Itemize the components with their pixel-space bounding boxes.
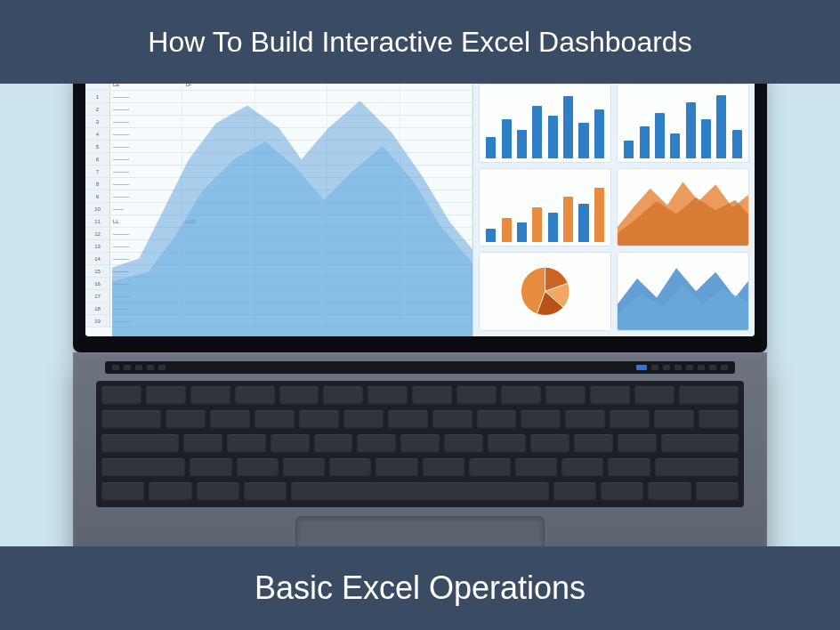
keyboard: [96, 381, 744, 507]
laptop-deck: [73, 352, 767, 546]
spreadsheet-grid: LELF 1——— 2——— 3——— 4——— 5——— 6——— 7——— …: [85, 84, 472, 336]
bottom-banner-title: Basic Excel Operations: [254, 569, 586, 607]
laptop-illustration: LELF 1——— 2——— 3——— 4——— 5——— 6——— 7——— …: [73, 84, 767, 546]
spreadsheet-panel: LELF 1——— 2——— 3——— 4——— 5——— 6——— 7——— …: [85, 84, 473, 336]
trackpad: [295, 516, 545, 546]
chart-area-blue: [617, 252, 749, 331]
chart-pie-orange: [479, 252, 611, 331]
laptop-screen: LELF 1——— 2——— 3——— 4——— 5——— 6——— 7——— …: [85, 84, 755, 336]
laptop-screen-bezel: LELF 1——— 2——— 3——— 4——— 5——— 6——— 7——— …: [73, 84, 767, 352]
chart-bar-mixed: [479, 168, 611, 247]
top-banner: How To Build Interactive Excel Dashboard…: [0, 0, 840, 84]
top-banner-title: How To Build Interactive Excel Dashboard…: [148, 26, 691, 59]
touchbar: [105, 361, 735, 374]
chart-bar-blue-2: [617, 84, 749, 163]
chart-bar-blue-1: [479, 84, 611, 163]
chart-area-orange: [617, 168, 749, 247]
charts-panel: [473, 84, 755, 336]
bottom-banner: Basic Excel Operations: [0, 546, 840, 630]
hero-stage: LELF 1——— 2——— 3——— 4——— 5——— 6——— 7——— …: [0, 84, 840, 546]
